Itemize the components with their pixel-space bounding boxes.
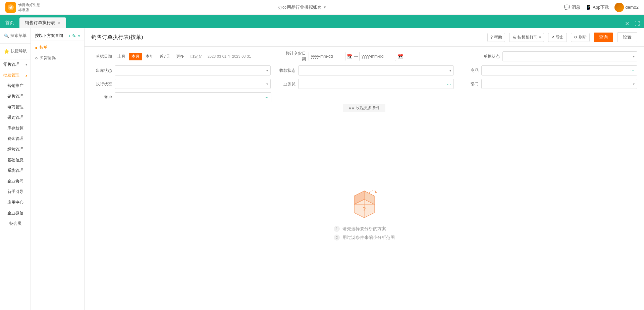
calendar-icon-end: 📅 <box>397 54 403 59</box>
tab-home[interactable]: 首页 <box>0 17 19 28</box>
salesperson-input[interactable]: ··· <box>298 79 454 89</box>
department-select[interactable] <box>481 79 637 89</box>
date-tab-custom[interactable]: 自定义 <box>187 53 205 60</box>
exec-status-label: 执行状态 <box>91 81 115 87</box>
page-header: 销售订单执行表(按单) ? 帮助 🖨 按模板打印 ▾ ↗ 导出 <box>85 28 644 47</box>
goods-label: 商品 <box>458 68 481 73</box>
filter-row-4: 客户 ··· <box>91 92 637 102</box>
sidebar-item-retail[interactable]: 零售管理 ▾ <box>0 59 31 70</box>
sidebar-item-basic-info[interactable]: 基础信息 <box>0 155 31 166</box>
left-nav-item-order[interactable]: ● 按单 <box>31 42 84 53</box>
customer-dots-icon: ··· <box>265 95 269 100</box>
header-left: 畅 畅捷通好生意 标准版 <box>5 2 40 13</box>
doc-status-label: 单据状态 <box>479 54 502 59</box>
page-header-actions: ? 帮助 🖨 按模板打印 ▾ ↗ 导出 ↺ 刷新 <box>487 32 637 46</box>
sidebar-search-section: 🔍 搜索菜单 <box>0 28 31 44</box>
company-dropdown-icon[interactable]: ▾ <box>324 5 326 10</box>
date-filter-group: 单据日期 上月 本月 本年 近7天 更多 自定义 2023-03-01 至 20… <box>91 53 281 60</box>
svg-text:畅: 畅 <box>9 6 12 9</box>
print-btn[interactable]: 🖨 按模板打印 ▾ <box>509 33 544 42</box>
date-tab-this-month[interactable]: 本月 <box>129 53 142 60</box>
tab-close-btn[interactable]: × <box>57 20 61 25</box>
doc-status-select-wrapper: ▾ <box>502 51 637 61</box>
sidebar-quick-nav[interactable]: ⭐ 快捷导航 <box>0 46 31 57</box>
sidebar-item-guide[interactable]: 新手引导 <box>0 187 31 197</box>
setting-btn[interactable]: 设置 <box>617 32 637 42</box>
app-download-btn[interactable]: 📱 App下载 <box>586 4 609 10</box>
tab-sales-exec[interactable]: 销售订单执行表 × <box>19 17 66 28</box>
help-btn[interactable]: ? 帮助 <box>487 33 505 42</box>
sidebar-item-operation[interactable]: 经营管理 <box>0 144 31 155</box>
exec-status-select-wrapper: ▾ <box>115 79 271 89</box>
sidebar-item-sales[interactable]: 销售管理 <box>0 91 31 102</box>
add-scheme-btn[interactable]: + <box>68 33 71 39</box>
query-btn[interactable]: 查询 <box>594 33 613 42</box>
salesperson-dots-icon: ··· <box>447 81 451 87</box>
logo-text: 畅捷通好生意 标准版 <box>18 2 40 12</box>
main-content: 销售订单执行表(按单) ? 帮助 🖨 按模板打印 ▾ ↗ 导出 <box>85 28 644 310</box>
edit-scheme-btn[interactable]: ✎ <box>72 33 76 39</box>
left-nav-item-backorder[interactable]: ○ 欠货情况 <box>31 53 84 63</box>
date-tab-7days[interactable]: 近7天 <box>157 53 173 60</box>
exec-status-group: 执行状态 ▾ <box>91 79 271 89</box>
collapse-panel-btn[interactable]: « <box>77 33 80 39</box>
goods-input[interactable]: ··· <box>481 65 637 75</box>
sidebar-item-wechat[interactable]: 企业微信 <box>0 208 31 219</box>
svg-marker-8 <box>375 191 377 193</box>
top-header: 畅 畅捷通好生意 标准版 办公用品行业模拟账套 ▾ 💬 消息 📱 App下载 d… <box>0 0 644 15</box>
search-menu-btn[interactable]: 🔍 搜索菜单 <box>3 31 28 41</box>
delivery-end-input[interactable] <box>359 52 396 61</box>
header-right: 💬 消息 📱 App下载 demo2 <box>564 3 639 12</box>
exec-status-select[interactable] <box>115 79 271 89</box>
filter-row-2: 出库状态 ▾ 收款状态 <box>91 65 637 75</box>
wholesale-arrow-icon: ▴ <box>25 73 27 78</box>
user-avatar[interactable]: demo2 <box>614 3 639 12</box>
collapse-more-btn[interactable]: ∧∧ 收起更多条件 <box>343 104 385 112</box>
delivery-start-input[interactable] <box>309 52 345 61</box>
hint-num-2: 2 <box>334 235 340 241</box>
sidebar-item-marketing[interactable]: 营销推广 <box>0 81 31 91</box>
message-btn[interactable]: 💬 消息 <box>564 4 580 10</box>
refresh-btn[interactable]: ↺ 刷新 <box>571 33 590 42</box>
date-separator: — <box>354 54 358 59</box>
collapse-row: ∧∧ 收起更多条件 <box>91 104 637 112</box>
doc-status-select[interactable] <box>502 51 637 61</box>
page-title: 销售订单执行表(按单) <box>91 34 143 45</box>
sidebar-item-finance[interactable]: 资金管理 <box>0 134 31 144</box>
tab-bar: 首页 销售订单执行表 × ✕ ⛶ <box>0 15 644 28</box>
receipt-status-select[interactable] <box>298 65 454 75</box>
out-status-label: 出库状态 <box>91 68 115 73</box>
sidebar-nav-items: 零售管理 ▾ 批发管理 ▴ 营销推广 销售管理 电商管理 采购管理 库存核算 <box>0 59 31 229</box>
order-icon: ● <box>35 45 38 50</box>
quick-nav-section: ⭐ 快捷导航 <box>0 44 31 59</box>
sidebar-item-wholesale[interactable]: 批发管理 ▴ <box>0 70 31 81</box>
help-icon: ? <box>490 35 493 40</box>
date-tab-this-year[interactable]: 本年 <box>143 53 156 60</box>
refresh-icon: ↺ <box>574 35 577 40</box>
logo-area[interactable]: 畅 畅捷通好生意 标准版 <box>5 2 40 13</box>
sidebar-item-system[interactable]: 系统管理 <box>0 165 31 176</box>
sidebar-item-enterprise-collab[interactable]: 企业协同 <box>0 176 31 187</box>
sidebar-item-purchase[interactable]: 采购管理 <box>0 112 31 123</box>
sidebar-item-app-center[interactable]: 应用中心 <box>0 197 31 208</box>
date-tab-last-month[interactable]: 上月 <box>115 53 128 60</box>
date-tab-more[interactable]: 更多 <box>173 53 187 60</box>
export-btn[interactable]: ↗ 导出 <box>548 33 567 42</box>
delivery-date-group: 预计交货日期 📅 — 📅 <box>285 51 475 62</box>
empty-state: ? 1 请先选择要分析的方案 2 用过滤条件来缩小分析范围 <box>85 116 644 310</box>
sidebar-item-ecommerce[interactable]: 电商管理 <box>0 102 31 113</box>
empty-text-list: 1 请先选择要分析的方案 2 用过滤条件来缩小分析范围 <box>334 226 395 241</box>
retail-arrow-icon: ▾ <box>25 62 27 67</box>
main-layout: 🔍 搜索菜单 ⭐ 快捷导航 零售管理 ▾ 批发管理 ▴ 营销推广 销售管理 <box>0 28 644 310</box>
filter-row-3: 执行状态 ▾ 业务员 ··· <box>91 79 637 89</box>
sidebar-item-member[interactable]: 畅会员 <box>0 218 31 229</box>
empty-hint-1: 1 请先选择要分析的方案 <box>334 226 395 232</box>
sidebar-item-inventory[interactable]: 库存核算 <box>0 123 31 134</box>
collapse-up-icon: ∧∧ <box>348 106 355 110</box>
customer-input[interactable]: ··· <box>115 92 271 102</box>
close-window-btn[interactable]: ✕ <box>624 19 631 28</box>
header-center: 办公用品行业模拟账套 ▾ <box>278 4 326 10</box>
expand-window-btn[interactable]: ⛶ <box>633 19 641 28</box>
receipt-status-select-wrapper: ▾ <box>298 65 454 75</box>
out-status-select[interactable] <box>115 65 271 75</box>
